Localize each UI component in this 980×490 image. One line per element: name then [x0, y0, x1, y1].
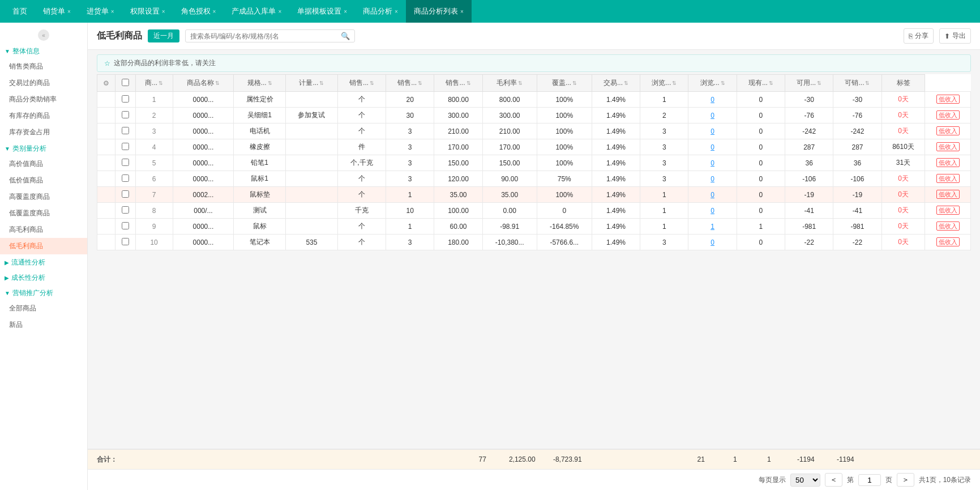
- sidebar-group-marketing[interactable]: ▼ 营销推广分析: [0, 285, 87, 300]
- row-select-checkbox[interactable]: [122, 206, 129, 214]
- row-select-checkbox[interactable]: [122, 111, 129, 118]
- col-checkbox[interactable]: [115, 75, 135, 92]
- search-box[interactable]: 🔍: [185, 29, 355, 42]
- next-page-btn[interactable]: ＞: [897, 473, 914, 487]
- nav-purchase-order[interactable]: 进货单 ×: [79, 0, 122, 23]
- col-sales-profit[interactable]: 销售...⇅: [434, 75, 482, 92]
- nav-role-auth[interactable]: 角色授权 ×: [173, 0, 224, 23]
- row-view1[interactable]: 0: [688, 123, 737, 139]
- settings-icon[interactable]: ⚙: [103, 79, 109, 87]
- col-available[interactable]: 可用...⇅: [785, 75, 833, 92]
- row-select-checkbox[interactable]: [122, 222, 129, 229]
- col-view1[interactable]: 浏览...⇅: [640, 75, 688, 92]
- row-view1[interactable]: 0: [688, 108, 737, 123]
- row-view1[interactable]: 0: [688, 171, 737, 187]
- row-view1[interactable]: 0: [688, 139, 737, 155]
- nav-close-template[interactable]: ×: [344, 8, 347, 15]
- row-checkbox[interactable]: [115, 139, 135, 155]
- sidebar-item-low-value[interactable]: 低价值商品: [0, 172, 87, 189]
- row-checkbox[interactable]: [115, 92, 135, 108]
- sidebar-item-low-margin[interactable]: 低毛利商品: [0, 238, 87, 254]
- row-expand[interactable]: [97, 203, 115, 219]
- row-checkbox[interactable]: [115, 108, 135, 123]
- col-tag[interactable]: 标签: [881, 75, 925, 92]
- row-expand[interactable]: [97, 139, 115, 155]
- row-expand[interactable]: [97, 123, 115, 139]
- row-select-checkbox[interactable]: [122, 174, 129, 182]
- row-checkbox[interactable]: [115, 219, 135, 235]
- col-current-stock[interactable]: 现有...⇅: [737, 75, 785, 92]
- sidebar-group-overall[interactable]: ▼ 整体信息: [0, 43, 87, 58]
- nav-analysis-list[interactable]: 商品分析列表 ×: [406, 0, 472, 23]
- col-sales-qty[interactable]: 销售...⇅: [337, 75, 386, 92]
- nav-template-settings[interactable]: 单据模板设置 ×: [289, 0, 355, 23]
- col-saleable[interactable]: 可销...⇅: [833, 75, 881, 92]
- nav-close-product-in[interactable]: ×: [278, 8, 281, 15]
- export-button[interactable]: ⬆ 导出: [939, 28, 971, 44]
- row-view1[interactable]: 0: [688, 155, 737, 171]
- row-checkbox[interactable]: [115, 171, 135, 187]
- row-checkbox[interactable]: [115, 203, 135, 219]
- sidebar-item-all-products[interactable]: 全部商品: [0, 300, 87, 317]
- row-expand[interactable]: [97, 235, 115, 250]
- row-checkbox[interactable]: [115, 123, 135, 139]
- row-expand[interactable]: [97, 92, 115, 108]
- col-settings[interactable]: ⚙: [97, 75, 115, 92]
- row-checkbox[interactable]: [115, 155, 135, 171]
- nav-close-analysis[interactable]: ×: [395, 8, 398, 15]
- share-button[interactable]: ⎘ 分享: [904, 28, 934, 44]
- nav-permissions[interactable]: 权限设置 ×: [122, 0, 173, 23]
- row-checkbox[interactable]: [115, 235, 135, 250]
- sidebar-group-flow[interactable]: ▶ 流通性分析: [0, 254, 87, 270]
- page-input[interactable]: [858, 474, 881, 486]
- row-select-checkbox[interactable]: [122, 95, 129, 103]
- row-view1[interactable]: 0: [688, 235, 737, 250]
- sidebar-item-traded-products[interactable]: 交易过的商品: [0, 75, 87, 91]
- sidebar-group-category[interactable]: ▼ 类别量分析: [0, 140, 87, 156]
- row-select-checkbox[interactable]: [122, 159, 129, 166]
- col-name[interactable]: 商品名称⇅: [173, 75, 234, 92]
- row-select-checkbox[interactable]: [122, 238, 129, 245]
- nav-close-role[interactable]: ×: [213, 8, 216, 15]
- sidebar-item-new-products[interactable]: 新品: [0, 317, 87, 333]
- sidebar-group-growth[interactable]: ▶ 成长性分析: [0, 270, 87, 285]
- nav-product-in[interactable]: 产成品入库单 ×: [224, 0, 289, 23]
- sidebar-item-high-value[interactable]: 高价值商品: [0, 156, 87, 172]
- col-trade-count[interactable]: 交易...⇅: [592, 75, 640, 92]
- sidebar-item-sales-products[interactable]: 销售类商品: [0, 58, 87, 75]
- select-all-checkbox[interactable]: [122, 79, 129, 86]
- nav-close-analysis-list[interactable]: ×: [460, 8, 464, 15]
- nav-close-purchase[interactable]: ×: [111, 8, 114, 15]
- table-area[interactable]: ⚙ 商...⇅ 商品名称⇅ 规格...⇅ 计量...⇅ 销售...⇅ 销售...…: [88, 74, 980, 449]
- col-unit[interactable]: 计量...⇅: [286, 75, 338, 92]
- sidebar-item-category-rate[interactable]: 商品分类助销率: [0, 91, 87, 108]
- sidebar-item-high-margin[interactable]: 高毛利商品: [0, 221, 87, 238]
- col-spec[interactable]: 规格...⇅: [234, 75, 286, 92]
- row-expand[interactable]: [97, 171, 115, 187]
- row-view1[interactable]: 0: [688, 187, 737, 203]
- row-expand[interactable]: [97, 219, 115, 235]
- sidebar-item-stock-fund[interactable]: 库存资金占用: [0, 124, 87, 140]
- nav-product-analysis[interactable]: 商品分析 ×: [355, 0, 406, 23]
- row-view1[interactable]: 0: [688, 92, 737, 108]
- row-select-checkbox[interactable]: [122, 127, 129, 134]
- col-coverage[interactable]: 覆盖...⇅: [537, 75, 592, 92]
- page-size-select[interactable]: 50 100 200: [790, 474, 820, 487]
- sidebar-item-low-coverage[interactable]: 低覆盖度商品: [0, 205, 87, 221]
- row-view1[interactable]: 1: [688, 219, 737, 235]
- sidebar-item-high-coverage[interactable]: 高覆盖度商品: [0, 189, 87, 205]
- col-gross-margin[interactable]: 毛利率⇅: [482, 75, 537, 92]
- sidebar-collapse-btn[interactable]: «: [38, 29, 49, 41]
- nav-home[interactable]: 首页: [5, 0, 35, 23]
- date-filter-btn[interactable]: 近一月: [148, 29, 179, 42]
- row-checkbox[interactable]: [115, 187, 135, 203]
- sidebar-item-in-stock[interactable]: 有库存的商品: [0, 108, 87, 124]
- row-view1[interactable]: 0: [688, 203, 737, 219]
- prev-page-btn[interactable]: ＜: [825, 473, 842, 487]
- nav-close-permissions[interactable]: ×: [162, 8, 165, 15]
- row-expand[interactable]: [97, 155, 115, 171]
- col-view2[interactable]: 浏览...⇅: [688, 75, 737, 92]
- nav-close-sales[interactable]: ×: [67, 8, 71, 15]
- search-input[interactable]: [190, 32, 341, 40]
- row-select-checkbox[interactable]: [122, 190, 129, 198]
